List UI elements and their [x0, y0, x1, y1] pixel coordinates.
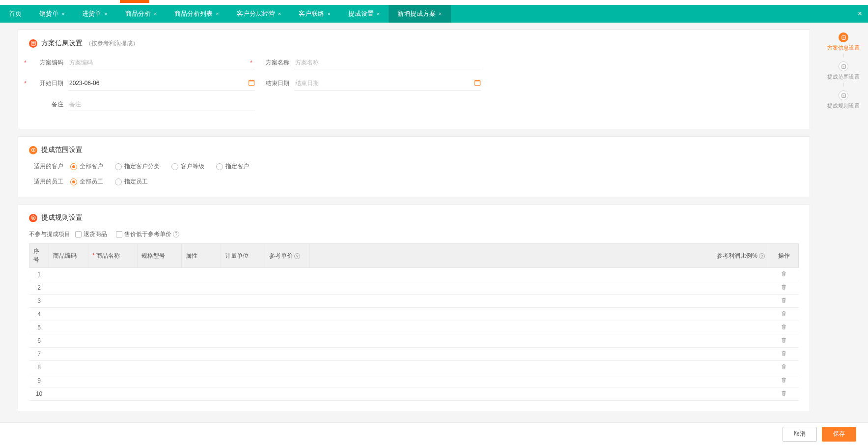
checkbox-icon [75, 231, 82, 237]
table-row[interactable]: 3 [29, 295, 799, 308]
section-title-rule: 提成规则设置 [41, 213, 83, 222]
delete-icon[interactable] [781, 390, 787, 398]
radio-label: 全部客户 [80, 162, 103, 171]
delete-icon[interactable] [781, 311, 787, 318]
delete-icon[interactable] [781, 271, 787, 278]
table-row[interactable]: 6 [29, 334, 799, 348]
tab-8[interactable]: 新增提成方案× [389, 5, 450, 23]
tab-4[interactable]: 商品分析列表× [166, 5, 227, 23]
input-end-date[interactable] [294, 76, 472, 90]
employee-opt-0[interactable]: 全部员工 [70, 178, 103, 186]
delete-icon[interactable] [781, 364, 787, 371]
radio-icon [70, 163, 77, 170]
col-ref-price: 参考单价? [265, 244, 309, 268]
radio-label: 指定客户分类 [124, 162, 160, 171]
anchor-item-1[interactable]: 提成范围设置 [819, 61, 868, 81]
anchor-icon [839, 90, 848, 100]
radio-label: 客户等级 [181, 162, 204, 171]
delete-icon[interactable] [781, 284, 787, 292]
tab-close-icon[interactable]: × [154, 5, 157, 23]
tab-3[interactable]: 商品分析× [116, 5, 166, 23]
checkbox-label: 售价低于参考单价 [124, 230, 171, 238]
table-row[interactable]: 1 [29, 268, 799, 281]
input-remark[interactable] [68, 97, 255, 111]
input-plan-name[interactable] [294, 56, 481, 69]
delete-icon[interactable] [781, 297, 787, 305]
label-exclude: 不参与提成项目 [29, 230, 70, 238]
col-attr: 属性 [182, 244, 221, 268]
close-all-tabs[interactable]: × [858, 5, 862, 23]
tab-close-icon[interactable]: × [377, 5, 380, 23]
tab-close-icon[interactable]: × [216, 5, 219, 23]
tab-close-icon[interactable]: × [327, 5, 330, 23]
exclude-opt-0[interactable]: 退货商品 [75, 230, 107, 238]
tab-0[interactable]: 首页 [0, 5, 30, 23]
tab-6[interactable]: 客户联络× [290, 5, 339, 23]
col-unit: 计量单位 [221, 244, 265, 268]
tab-close-icon[interactable]: × [439, 5, 442, 23]
label-customer-scope: 适用的客户 [29, 162, 63, 171]
table-row[interactable]: 10 [29, 387, 799, 401]
anchor-icon [839, 32, 848, 42]
help-icon[interactable]: ? [294, 253, 300, 259]
customer-opt-0[interactable]: 全部客户 [70, 162, 103, 171]
anchor-item-2[interactable]: 提成规则设置 [819, 90, 868, 110]
tab-close-icon[interactable]: × [61, 5, 64, 23]
save-button[interactable]: 保存 [822, 427, 856, 442]
tab-5[interactable]: 客户分层经营× [228, 5, 290, 23]
employee-opt-1[interactable]: 指定员工 [115, 178, 148, 186]
label-plan-code: 方案编码 [29, 59, 63, 67]
radio-icon [115, 163, 122, 170]
target-icon [29, 146, 37, 154]
card-rule: 提成规则设置 不参与提成项目 退货商品售价低于参考单价? 序号 商品编码 商品名… [18, 204, 810, 412]
delete-icon[interactable] [781, 351, 787, 358]
section-title-scope: 提成范围设置 [41, 146, 83, 154]
radio-icon [70, 178, 77, 185]
tab-7[interactable]: 提成设置× [339, 5, 389, 23]
delete-icon[interactable] [781, 324, 787, 331]
table-row[interactable]: 2 [29, 281, 799, 295]
customer-opt-2[interactable]: 客户等级 [171, 162, 204, 171]
col-prod-code: 商品编码 [49, 244, 88, 268]
table-row[interactable]: 7 [29, 348, 799, 361]
calendar-icon[interactable] [474, 79, 481, 88]
label-remark: 备注 [29, 100, 63, 109]
tab-close-icon[interactable]: × [104, 5, 107, 23]
input-plan-code[interactable] [68, 56, 255, 69]
svg-point-13 [32, 149, 34, 151]
section-title-info: 方案信息设置 [41, 39, 83, 48]
help-icon[interactable]: ? [173, 231, 179, 237]
table-row[interactable]: 4 [29, 308, 799, 321]
table-row[interactable]: 8 [29, 361, 799, 374]
tab-close-icon[interactable]: × [278, 5, 281, 23]
delete-icon[interactable] [781, 337, 787, 345]
tab-1[interactable]: 销货单× [30, 5, 73, 23]
col-profit-ratio: 参考利润比例%? [309, 244, 769, 268]
svg-rect-8 [475, 80, 480, 85]
anchor-label: 提成规则设置 [827, 102, 860, 110]
card-scope: 提成范围设置 适用的客户 全部客户指定客户分类客户等级指定客户 适用的员工 全部… [18, 136, 810, 197]
svg-rect-23 [841, 93, 845, 97]
table-row[interactable]: 5 [29, 321, 799, 334]
exclude-opt-1[interactable]: 售价低于参考单价? [116, 230, 179, 238]
anchor-label: 方案信息设置 [827, 44, 860, 52]
input-start-date[interactable] [68, 76, 246, 90]
customer-opt-1[interactable]: 指定客户分类 [115, 162, 160, 171]
table-row[interactable]: 9 [29, 374, 799, 387]
customer-opt-3[interactable]: 指定客户 [216, 162, 249, 171]
radio-label: 指定客户 [225, 162, 249, 171]
anchor-icon [839, 61, 848, 71]
checkbox-icon [116, 231, 122, 237]
anchor-item-0[interactable]: 方案信息设置 [819, 32, 868, 52]
col-spec: 规格型号 [138, 244, 182, 268]
card-plan-info: 方案信息设置 （按参考利润提成） 方案编码 方案名称 开始日期 [18, 30, 810, 129]
radio-label: 全部员工 [80, 178, 103, 186]
delete-icon[interactable] [781, 377, 787, 385]
label-start-date: 开始日期 [29, 79, 63, 88]
tab-2[interactable]: 进货单× [73, 5, 116, 23]
calendar-icon[interactable] [248, 79, 255, 88]
cancel-button[interactable]: 取消 [783, 427, 817, 442]
col-prod-name: 商品名称 [88, 244, 138, 268]
help-icon[interactable]: ? [759, 253, 765, 259]
col-seq: 序号 [29, 244, 49, 268]
